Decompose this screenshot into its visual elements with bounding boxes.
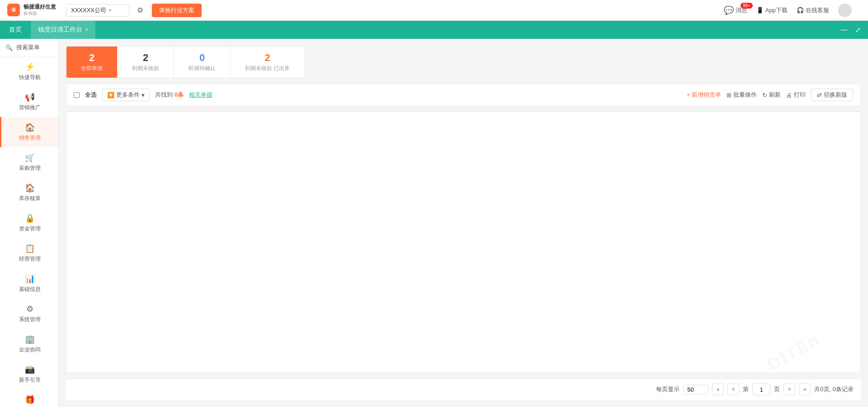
guide-icon: 📸	[25, 365, 35, 374]
sidebar-item-operations[interactable]: 📋 经营管理	[0, 238, 58, 268]
sidebar-item-finance[interactable]: 🔒 资金管理	[0, 208, 58, 238]
tab-current[interactable]: 钱货日清工作台 ×	[31, 21, 95, 39]
stats-num-shipped: 2	[265, 52, 270, 64]
stats-label-overdue: 到期未收款	[132, 65, 159, 72]
chevron-down-filter-icon: ▾	[142, 92, 145, 98]
chevron-down-icon: ▾	[109, 8, 111, 13]
batch-operation-button[interactable]: ⊞ 批量操作	[726, 91, 757, 99]
headset-icon: 🎧	[797, 7, 804, 14]
gear-icon: ⚙	[26, 304, 33, 314]
related-link[interactable]: 相关单据	[189, 91, 212, 99]
sidebar-item-label: 库存核算	[19, 195, 41, 202]
stats-tab-pending[interactable]: 0 旺铺待确认	[174, 47, 231, 78]
logo-area: ⑥ 畅捷通好生意 标准版	[7, 4, 66, 16]
print-button[interactable]: 🖨 打印	[786, 91, 806, 99]
avatar[interactable]	[838, 4, 852, 17]
svg-text:⑥: ⑥	[11, 7, 16, 13]
sidebar: 🔍 搜索菜单 ⚡ 快捷导航 📢 营销推广 🏠 销售管理 🛒 采购管理 🏠 库存核…	[0, 39, 59, 407]
stats-tab-overdue[interactable]: 2 到期未收款	[118, 47, 174, 78]
top-header: ⑥ 畅捷通好生意 标准版 XXXXXX公司 ▾ ⚙ 体验行业方案 💬 消息 99…	[0, 0, 868, 21]
refresh-button[interactable]: ↻ 刷新	[762, 91, 781, 99]
tab-bar: 首页 钱货日清工作台 × — ⤢	[0, 21, 868, 39]
content-inner: 2 全部单据 2 到期未收款 0 旺铺待确认 2 到期未收款 已出库	[59, 39, 868, 407]
stats-label-pending: 旺铺待确认	[189, 65, 216, 72]
filter-icon: 🔽	[107, 92, 114, 98]
megaphone-icon: 📢	[25, 92, 35, 102]
print-label: 打印	[794, 91, 806, 99]
next-page-button[interactable]: >	[783, 384, 795, 395]
filter-label: 更多条件	[116, 91, 140, 99]
sidebar-item-label: 新手引导	[19, 376, 41, 384]
database-icon: 📊	[25, 274, 35, 284]
sidebar-item-quick-nav[interactable]: ⚡ 快捷导航	[0, 56, 58, 87]
last-page-button[interactable]: »	[799, 384, 811, 395]
app-download-label: App下载	[765, 6, 788, 14]
sidebar-item-marketing[interactable]: 📢 营销推广	[0, 87, 58, 117]
sidebar-item-inventory[interactable]: 🏠 库存核算	[0, 178, 58, 208]
tab-label: 钱货日清工作台	[38, 26, 82, 34]
found-text: 共找到 0条	[155, 91, 184, 99]
pagination-total: 共0页, 0条记录	[814, 385, 854, 393]
first-page-button[interactable]: «	[712, 384, 724, 395]
minimize-icon[interactable]: —	[839, 24, 849, 36]
filter-button[interactable]: 🔽 更多条件 ▾	[102, 89, 150, 101]
page-size-select[interactable]: 20 50 100	[683, 385, 708, 394]
page-size-label: 每页显示	[656, 385, 679, 393]
main-layout: 🔍 搜索菜单 ⚡ 快捷导航 📢 营销推广 🏠 销售管理 🛒 采购管理 🏠 库存核…	[0, 39, 868, 407]
tab-home[interactable]: 首页	[0, 21, 31, 39]
logo-sub-text: 标准版	[24, 10, 56, 17]
prev-page-button[interactable]: <	[727, 384, 739, 395]
sidebar-item-sales[interactable]: 🏠 销售管理	[0, 117, 58, 147]
page-prefix: 第	[743, 385, 749, 393]
stats-label-shipped: 到期未收款 已出库	[245, 65, 290, 72]
page-suffix: 页	[774, 385, 780, 393]
pagination-bar: 每页显示 20 50 100 « < 第 页 > » 共0页, 0条记录	[66, 379, 861, 400]
message-button[interactable]: 💬 消息 99+	[724, 5, 747, 15]
message-icon: 💬	[724, 5, 734, 15]
stats-num-all: 2	[89, 52, 94, 64]
online-service-button[interactable]: 🎧 在线客服	[797, 6, 829, 14]
gift-icon: 🎁	[25, 395, 35, 405]
sidebar-item-system[interactable]: ⚙ 系统管理	[0, 299, 58, 329]
sidebar-item-label: 采购管理	[19, 164, 41, 172]
lightning-icon: ⚡	[25, 62, 35, 72]
stats-label-all: 全部单据	[81, 65, 103, 72]
printer-icon: 🖨	[786, 92, 792, 98]
toolbar-right: + 新增销货单 ⊞ 批量操作 ↻ 刷新 🖨 打印 ⇄	[687, 89, 853, 101]
table-area	[66, 112, 861, 373]
switch-version-button[interactable]: ⇄ 切换新版	[811, 89, 853, 101]
sidebar-item-guide[interactable]: 📸 新手引导	[0, 359, 58, 389]
logo-main-text: 畅捷通好生意	[24, 4, 56, 10]
trial-btn[interactable]: 体验行业方案	[152, 4, 202, 17]
sidebar-search[interactable]: 🔍 搜索菜单	[0, 39, 58, 56]
sidebar-item-enterprise[interactable]: 🏢 企业协同	[0, 329, 58, 359]
settings-button[interactable]: ⚙	[133, 3, 147, 18]
sidebar-item-app-center[interactable]: 🎁 应用中心	[0, 389, 58, 407]
maximize-icon[interactable]: ⤢	[853, 24, 863, 36]
select-all-checkbox[interactable]	[74, 92, 80, 98]
stats-num-pending: 0	[199, 52, 205, 64]
sidebar-item-purchase[interactable]: 🛒 采购管理	[0, 147, 58, 178]
refresh-label: 刷新	[769, 91, 781, 99]
sidebar-item-label: 系统管理	[19, 316, 41, 323]
header-right: 💬 消息 99+ 📱 App下载 🎧 在线客服	[724, 4, 861, 17]
sidebar-item-label: 基础信息	[19, 285, 41, 293]
sidebar-item-label: 营销推广	[19, 104, 41, 112]
switch-label: 切换新版	[824, 91, 847, 99]
stats-tab-all[interactable]: 2 全部单据	[66, 47, 118, 78]
app-download-button[interactable]: 📱 App下载	[756, 6, 788, 14]
stats-tab-shipped[interactable]: 2 到期未收款 已出库	[231, 47, 304, 78]
company-selector[interactable]: XXXXXX公司 ▾	[66, 4, 129, 17]
toolbar: 全选 🔽 更多条件 ▾ 共找到 0条 相关单据 + 新增销货单 ⊞ 批量操作	[66, 84, 861, 106]
switch-icon: ⇄	[817, 92, 822, 98]
page-number-input[interactable]	[752, 384, 770, 395]
tab-close-icon[interactable]: ×	[85, 27, 88, 33]
found-prefix: 共找到	[155, 91, 173, 98]
sidebar-item-base-info[interactable]: 📊 基础信息	[0, 268, 58, 299]
logo-text: 畅捷通好生意 标准版	[24, 4, 56, 16]
warehouse-icon: 🏠	[25, 183, 35, 193]
add-sales-order-button[interactable]: + 新增销货单	[687, 91, 721, 99]
batch-icon: ⊞	[726, 92, 731, 98]
clipboard-icon: 📋	[25, 243, 35, 253]
sidebar-item-label: 企业协同	[19, 346, 41, 354]
